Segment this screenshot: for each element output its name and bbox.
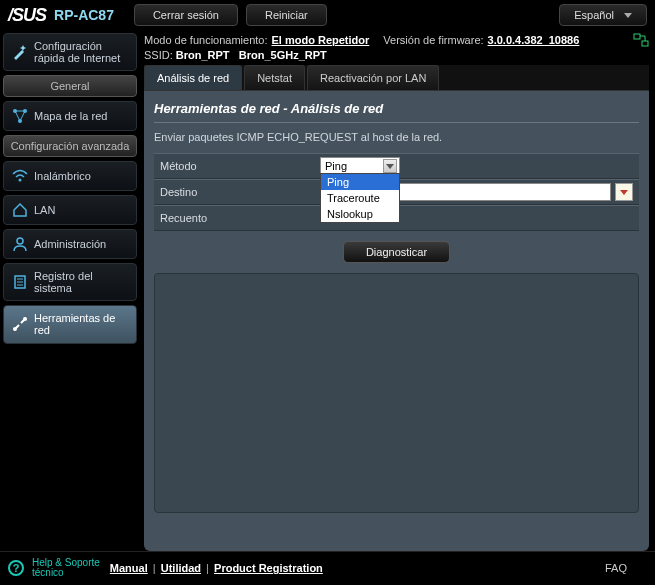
status-line-ssid: SSID: Bron_RPT Bron_5GHz_RPT — [144, 48, 649, 65]
sidebar-item-label: Registro del sistema — [34, 270, 128, 294]
ssid-label: SSID: — [144, 49, 173, 61]
user-icon — [12, 236, 28, 252]
sidebar-item-label: Herramientas de red — [34, 312, 128, 336]
main-content: Modo de funcionamiento: El modo Repetido… — [140, 30, 655, 551]
help-icon[interactable]: ? — [8, 560, 24, 576]
diagnose-button[interactable]: Diagnosticar — [343, 241, 450, 263]
magic-wand-icon — [12, 44, 28, 60]
chevron-down-icon — [383, 159, 397, 173]
method-dropdown: Ping Traceroute Nslookup — [320, 173, 400, 223]
sidebar-item-label: Inalámbrico — [34, 170, 91, 182]
sidebar-item-lan[interactable]: LAN — [3, 195, 137, 225]
product-registration-link[interactable]: Product Registration — [214, 562, 323, 574]
content-panel: Herramientas de red - Análisis de red En… — [144, 91, 649, 551]
svg-rect-12 — [642, 41, 648, 46]
panel-description: Enviar paquetes ICMP ECHO_REQUEST al hos… — [154, 131, 639, 143]
status-line-mode: Modo de funcionamiento: El modo Repetido… — [144, 32, 649, 48]
fw-label: Versión de firmware: — [383, 34, 483, 46]
sidebar-item-label: Configuración rápida de Internet — [34, 40, 128, 64]
method-selected-value: Ping — [325, 160, 347, 172]
method-label: Método — [160, 160, 320, 172]
footer-links: Manual | Utilidad | Product Registration — [108, 562, 325, 574]
output-area — [154, 273, 639, 513]
sidebar-item-admin[interactable]: Administración — [3, 229, 137, 259]
model-name: RP-AC87 — [54, 7, 114, 23]
fw-value[interactable]: 3.0.0.4.382_10886 — [488, 34, 580, 46]
row-method: Método Ping Ping Traceroute Nslookup — [154, 153, 639, 179]
home-icon — [12, 202, 28, 218]
switch-icon[interactable] — [633, 33, 649, 47]
sidebar-section-general: General — [3, 75, 137, 97]
document-icon — [12, 274, 28, 290]
tab-bar: Análisis de red Netstat Reactivación por… — [144, 65, 649, 91]
faq-link[interactable]: FAQ — [605, 562, 627, 574]
sidebar-item-label: LAN — [34, 204, 55, 216]
method-option-nslookup[interactable]: Nslookup — [321, 206, 399, 222]
panel-title: Herramientas de red - Análisis de red — [154, 101, 639, 123]
method-option-ping[interactable]: Ping — [321, 174, 399, 190]
mode-label: Modo de funcionamiento: — [144, 34, 268, 46]
utility-link[interactable]: Utilidad — [161, 562, 201, 574]
language-label: Español — [574, 9, 614, 21]
sidebar-item-label: Administración — [34, 238, 106, 250]
svg-point-9 — [13, 327, 17, 331]
svg-rect-11 — [634, 34, 640, 39]
mode-value[interactable]: El modo Repetidor — [272, 34, 370, 46]
help-support-link[interactable]: Help & Soporte técnico — [32, 558, 100, 578]
tab-network-analysis[interactable]: Análisis de red — [144, 65, 242, 90]
tab-netstat[interactable]: Netstat — [244, 65, 305, 90]
sidebar: Configuración rápida de Internet General… — [0, 30, 140, 551]
top-bar: /SUS RP-AC87 Cerrar sesión Reiniciar Esp… — [0, 0, 655, 30]
brand-logo: /SUS — [8, 5, 46, 26]
ssid-2g: Bron_RPT — [176, 49, 230, 61]
wifi-icon — [12, 168, 28, 184]
sidebar-item-syslog[interactable]: Registro del sistema — [3, 263, 137, 301]
manual-link[interactable]: Manual — [110, 562, 148, 574]
network-map-icon — [12, 108, 28, 124]
sidebar-item-nettools[interactable]: Herramientas de red — [3, 305, 137, 343]
method-option-traceroute[interactable]: Traceroute — [321, 190, 399, 206]
sidebar-item-network-map[interactable]: Mapa de la red — [3, 101, 137, 131]
sidebar-item-label: Mapa de la red — [34, 110, 107, 122]
sidebar-item-wireless[interactable]: Inalámbrico — [3, 161, 137, 191]
chevron-down-icon — [620, 190, 628, 195]
tools-icon — [12, 316, 28, 332]
svg-point-4 — [17, 238, 23, 244]
sidebar-item-quick-setup[interactable]: Configuración rápida de Internet — [3, 33, 137, 71]
svg-point-10 — [23, 317, 27, 321]
target-label: Destino — [160, 186, 320, 198]
svg-point-3 — [19, 179, 22, 182]
count-label: Recuento — [160, 212, 320, 224]
tab-wol[interactable]: Reactivación por LAN — [307, 65, 439, 90]
logout-button[interactable]: Cerrar sesión — [134, 4, 238, 26]
language-selector[interactable]: Español — [559, 4, 647, 26]
favorites-button[interactable] — [615, 183, 633, 201]
sidebar-section-advanced: Configuración avanzada — [3, 135, 137, 157]
chevron-down-icon — [624, 13, 632, 18]
ssid-5g: Bron_5GHz_RPT — [239, 49, 327, 61]
reboot-button[interactable]: Reiniciar — [246, 4, 327, 26]
footer: ? Help & Soporte técnico Manual | Utilid… — [0, 551, 655, 584]
